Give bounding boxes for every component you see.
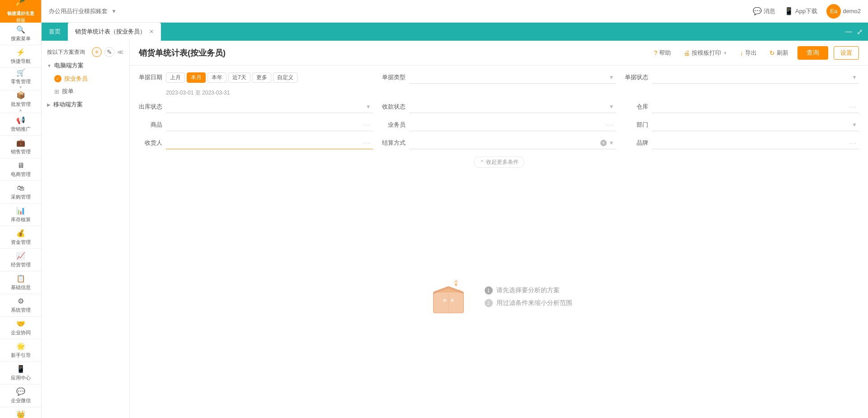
ecommerce-icon: 🖥 bbox=[17, 162, 24, 170]
tree-subitem-by-order[interactable]: ⊞ 按单 bbox=[42, 85, 129, 98]
empty-content: 1 请先选择要分析的方案 2 用过滤条件来缩小分析范围 bbox=[426, 273, 572, 320]
selected-dot-icon: ✓ bbox=[54, 75, 61, 82]
tab-minimize-icon[interactable]: — bbox=[845, 28, 852, 36]
tree-subitem-by-staff[interactable]: ✓ 按业务员 bbox=[42, 72, 129, 85]
add-scheme-btn[interactable]: ＋ bbox=[92, 47, 102, 57]
sidebar-item-enterprise[interactable]: 🤝 企业协同 bbox=[0, 317, 41, 339]
consignee-dots-icon: ··· bbox=[363, 139, 371, 147]
sidebar-item-purchase[interactable]: 🛍 采购管理 bbox=[0, 181, 41, 204]
sidebar-item-wechat[interactable]: 💬 企业微信 bbox=[0, 385, 41, 407]
tab-maximize-icon[interactable]: ⤢ bbox=[857, 28, 863, 36]
app-download-btn[interactable]: 📱 App下载 bbox=[784, 7, 817, 15]
filter-row-2: 出库状态 ▼ 收款状态 ▼ 仓库 bbox=[139, 100, 859, 113]
settings-button[interactable]: 设置 bbox=[834, 46, 859, 60]
goods-input[interactable]: ··· bbox=[166, 119, 373, 131]
finance-icon: 💰 bbox=[16, 229, 25, 238]
empty-tip-2: 2 用过滤条件来缩小分析范围 bbox=[485, 299, 572, 307]
collect-status-input[interactable]: ▼ bbox=[409, 100, 616, 113]
doc-type-label: 单据类型 bbox=[382, 73, 406, 81]
doc-type-filter-cell: 单据类型 ▼ bbox=[382, 71, 616, 84]
doc-status-filter-cell: 单据状态 ▼ bbox=[625, 71, 859, 84]
tab-sales-stat[interactable]: 销货单统计表（按业务员） ✕ bbox=[68, 23, 161, 41]
purchase-icon: 🛍 bbox=[17, 184, 24, 192]
collapse-chevron-icon: ⌃ bbox=[480, 159, 484, 166]
refresh-btn[interactable]: ↻ 刷新 bbox=[766, 47, 792, 59]
sidebar: 🍊 畅捷通好生意 标版 🔍 搜索菜单 ⚡ 快捷导航 🛒 零售管理 ▼ 📦 批发管… bbox=[0, 0, 42, 418]
date-more-btn[interactable]: 更多 bbox=[252, 72, 271, 83]
help-btn[interactable]: ? 帮助 bbox=[650, 47, 675, 59]
query-button[interactable]: 查询 bbox=[797, 46, 828, 60]
sidebar-item-inventory[interactable]: 📊 库存核算 bbox=[0, 204, 41, 226]
brand-input[interactable]: ··· bbox=[652, 137, 859, 149]
out-status-filter-cell: 出库状态 ▼ bbox=[139, 100, 373, 113]
sidebar-item-operations[interactable]: 📈 经营管理 bbox=[0, 249, 41, 271]
empty-tips: 1 请先选择要分析的方案 2 用过滤条件来缩小分析范围 bbox=[485, 286, 572, 307]
sidebar-item-apps[interactable]: 📱 应用中心 bbox=[0, 362, 41, 385]
tree-item-mobile[interactable]: ▶ 移动端方案 bbox=[42, 98, 129, 111]
department-label: 部门 bbox=[625, 121, 648, 129]
doc-type-input[interactable]: ▼ bbox=[409, 71, 616, 84]
message-btn[interactable]: 💬 消息 bbox=[753, 7, 775, 15]
sidebar-item-wholesale[interactable]: 📦 批发管理 ▲ bbox=[0, 90, 41, 113]
breadcrumb-dropdown-icon[interactable]: ▼ bbox=[111, 8, 117, 14]
sidebar-item-sales[interactable]: 💼 销售管理 bbox=[0, 136, 41, 158]
sidebar-item-marketing[interactable]: 📢 营销推广 bbox=[0, 113, 41, 136]
date-last-month-btn[interactable]: 上月 bbox=[166, 72, 185, 83]
sidebar-item-shortcut[interactable]: ⚡ 快捷导航 bbox=[0, 45, 41, 68]
collapse-panel-icon[interactable]: ≪ bbox=[117, 48, 124, 56]
date-this-month-btn[interactable]: 本月 bbox=[187, 72, 206, 83]
export-icon: ↓ bbox=[740, 49, 743, 57]
enterprise-icon: 🤝 bbox=[16, 319, 25, 328]
date-custom-btn[interactable]: 自定义 bbox=[273, 72, 297, 83]
page-title-row: 销货单统计表(按业务员) ? 帮助 🖨 按模板打印 ▼ ↓ bbox=[139, 46, 859, 60]
goods-filter-cell: 商品 ··· bbox=[139, 119, 373, 131]
print-btn[interactable]: 🖨 按模板打印 ▼ bbox=[680, 47, 731, 59]
sidebar-item-search[interactable]: 🔍 搜索菜单 bbox=[0, 23, 41, 45]
date-this-year-btn[interactable]: 本年 bbox=[208, 72, 226, 83]
tab-home[interactable]: 首页 bbox=[42, 23, 68, 41]
shortcut-icon: ⚡ bbox=[16, 48, 25, 57]
app-logo: 🍊 畅捷通好生意 标版 bbox=[0, 0, 41, 23]
warehouse-input[interactable]: ··· bbox=[652, 100, 859, 113]
date-last-7days-btn[interactable]: 近7天 bbox=[228, 72, 250, 83]
user-profile-btn[interactable]: Ea demo2 bbox=[826, 4, 861, 19]
out-status-arrow-icon: ▼ bbox=[366, 104, 371, 110]
tab-close-icon[interactable]: ✕ bbox=[149, 28, 154, 35]
sidebar-item-retail[interactable]: 🛒 零售管理 ▼ bbox=[0, 68, 41, 90]
tree-arrow-mobile-icon: ▶ bbox=[47, 102, 51, 107]
collect-status-arrow-icon: ▼ bbox=[609, 104, 614, 110]
top-header: 办公用品行业模拟账套 ▼ 💬 消息 📱 App下载 Ea demo2 bbox=[42, 0, 868, 23]
sidebar-item-basic[interactable]: 📋 基础信息 bbox=[0, 271, 41, 294]
svg-point-4 bbox=[451, 299, 454, 302]
apps-icon: 📱 bbox=[16, 365, 25, 373]
out-status-input[interactable]: ▼ bbox=[166, 100, 373, 113]
page-header: 销货单统计表(按业务员) ? 帮助 🖨 按模板打印 ▼ ↓ bbox=[130, 41, 868, 66]
sidebar-item-newbie[interactable]: 🌟 新手引导 bbox=[0, 339, 41, 362]
sidebar-item-member[interactable]: 👑 畅会员 bbox=[0, 407, 41, 418]
brand-label: 品牌 bbox=[625, 139, 648, 147]
brand-filter-cell: 品牌 ··· bbox=[625, 137, 859, 149]
order-icon: ⊞ bbox=[54, 88, 59, 95]
goods-dots-icon: ··· bbox=[363, 121, 371, 128]
tab-bar: 首页 销货单统计表（按业务员） ✕ — ⤢ bbox=[42, 23, 868, 41]
consignee-input[interactable]: ··· bbox=[166, 137, 373, 149]
left-panel-header: 按以下方案查询 ＋ ✎ ≪ bbox=[42, 45, 129, 59]
sidebar-item-finance[interactable]: 💰 资金管理 bbox=[0, 226, 41, 249]
consignee-filter-cell: 收货人 ··· bbox=[139, 137, 373, 149]
sidebar-item-ecommerce[interactable]: 🖥 电商管理 bbox=[0, 158, 41, 181]
print-icon: 🖨 bbox=[684, 49, 690, 57]
staff-input[interactable]: ··· bbox=[409, 119, 616, 131]
tree-item-desktop[interactable]: ▼ 电脑端方案 bbox=[42, 59, 129, 72]
doc-status-input[interactable]: ▼ bbox=[652, 71, 859, 84]
member-icon: 👑 bbox=[16, 410, 25, 418]
payment-clear-btn[interactable]: ✕ bbox=[600, 140, 607, 146]
collapse-more-btn[interactable]: ⌃ 收起更多条件 bbox=[474, 157, 524, 168]
empty-state: 1 请先选择要分析的方案 2 用过滤条件来缩小分析范围 bbox=[130, 175, 868, 418]
header-breadcrumb: 办公用品行业模拟账套 bbox=[49, 7, 108, 15]
retail-icon: 🛒 bbox=[16, 68, 25, 77]
export-btn[interactable]: ↓ 导出 bbox=[736, 47, 760, 59]
sidebar-item-system[interactable]: ⚙ 系统管理 bbox=[0, 294, 41, 317]
payment-input[interactable]: ✕ ▼ bbox=[409, 137, 616, 149]
edit-scheme-btn[interactable]: ✎ bbox=[104, 47, 114, 57]
department-input[interactable]: ▼ bbox=[652, 119, 859, 131]
